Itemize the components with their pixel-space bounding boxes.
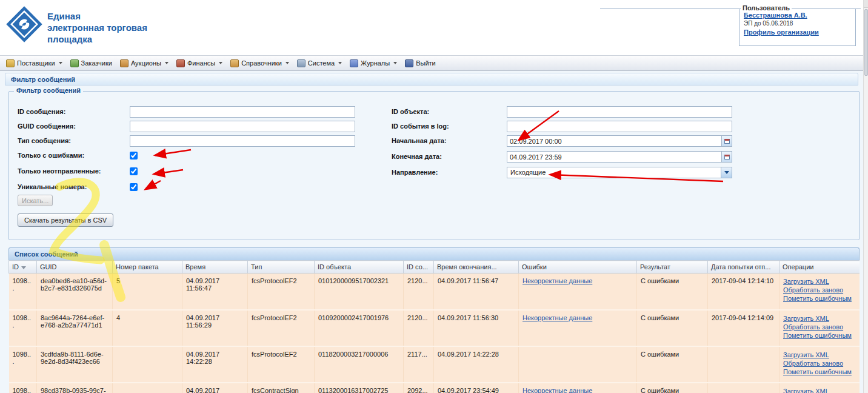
cell-operations: Загрузить XML Обработать заново Пометить… bbox=[780, 310, 860, 346]
org-profile-link[interactable]: Профиль организации bbox=[744, 29, 851, 36]
filter-legend: Фильтр сообщений bbox=[14, 87, 83, 94]
menu-item-customers[interactable]: Заказчики bbox=[68, 58, 118, 69]
reprocess-link[interactable]: Обработать заново bbox=[783, 359, 856, 368]
directories-icon bbox=[230, 59, 239, 67]
column-header-result[interactable]: Результат bbox=[637, 261, 708, 274]
cell-id: 1098... bbox=[9, 383, 37, 393]
menu-item-directories[interactable]: Справочники bbox=[228, 58, 295, 69]
menu-item-exit[interactable]: Выйти bbox=[402, 58, 441, 69]
cell-end-time: 04.09.2017 11:56:47 bbox=[434, 274, 519, 310]
column-header-id-so[interactable]: ID со... bbox=[404, 261, 434, 274]
error-details-link[interactable]: Некорректные данные bbox=[522, 387, 592, 393]
message-type-input[interactable] bbox=[130, 135, 355, 147]
chevron-down-icon bbox=[285, 62, 289, 64]
exit-icon bbox=[405, 59, 413, 67]
cell-end-time: 04.09.2017 23:54:49 bbox=[434, 383, 519, 393]
reprocess-link[interactable]: Обработать заново bbox=[783, 323, 856, 331]
cell-id-so: 2092... bbox=[404, 383, 434, 393]
cell-object-id: 0109200002417001976 bbox=[315, 310, 404, 346]
menu-label: Система bbox=[308, 59, 335, 67]
cell-id-so: 2120... bbox=[404, 274, 434, 310]
load-xml-link[interactable]: Загрузить XML bbox=[783, 387, 856, 393]
reprocess-link[interactable]: Обработать заново bbox=[783, 286, 856, 294]
menu-item-suppliers[interactable]: Поставщики bbox=[4, 58, 68, 69]
cell-object-id: 0113200016317002725 bbox=[315, 383, 404, 393]
message-guid-input[interactable] bbox=[130, 121, 355, 132]
menu-label: Заказчики bbox=[81, 59, 112, 67]
calendar-icon bbox=[724, 155, 730, 160]
end-date-calendar-button[interactable] bbox=[721, 152, 732, 162]
messages-panel-title: Список сообщений bbox=[8, 247, 860, 260]
column-header-errors[interactable]: Ошибки bbox=[519, 261, 637, 274]
scrollbar-up-icon[interactable] bbox=[864, 0, 868, 8]
load-xml-link[interactable]: Загрузить XML bbox=[783, 314, 856, 323]
cell-guid: 3cdfda9b-8111-6d6e-9e2d-8d34f423ec66 bbox=[37, 346, 113, 383]
brand-line-1: Единая bbox=[47, 10, 147, 22]
start-date-label: Начальная дата: bbox=[392, 135, 447, 147]
direction-label: Направление: bbox=[392, 167, 438, 178]
column-header-guid[interactable]: GUID bbox=[37, 261, 113, 274]
column-header-operations[interactable]: Операции bbox=[780, 261, 860, 274]
search-button[interactable]: Искать... bbox=[18, 195, 53, 206]
direction-dropdown-button[interactable] bbox=[721, 167, 732, 178]
column-header-type[interactable]: Тип bbox=[248, 261, 315, 274]
only-unsent-checkbox[interactable] bbox=[130, 167, 138, 175]
calendar-icon bbox=[724, 139, 730, 144]
cell-result: С ошибками bbox=[637, 383, 708, 393]
cell-end-time: 04.09.2017 14:22:28 bbox=[434, 346, 519, 383]
only-errors-label: Только с ошибками: bbox=[18, 150, 84, 161]
only-errors-checkbox[interactable] bbox=[130, 152, 138, 160]
cell-result: С ошибками bbox=[637, 274, 708, 310]
scrollbar-thumb[interactable] bbox=[864, 9, 868, 76]
object-id-input[interactable] bbox=[507, 106, 732, 118]
start-date-calendar-button[interactable] bbox=[721, 136, 732, 146]
column-header-id[interactable]: ID bbox=[9, 261, 37, 274]
brand-line-2: электронная торговая bbox=[47, 22, 147, 33]
menu-item-journals[interactable]: Журналы bbox=[347, 58, 402, 69]
menu-item-system[interactable]: Система bbox=[295, 58, 347, 69]
chevron-down-icon bbox=[165, 62, 169, 64]
user-name-link[interactable]: Бесстрашнова А.В. bbox=[744, 12, 851, 19]
message-filter-fieldset: Фильтр сообщений ID сообщения: GUID сооб… bbox=[8, 91, 860, 240]
unique-numbers-checkbox[interactable] bbox=[130, 183, 138, 191]
column-header-package[interactable]: Номер пакета bbox=[113, 261, 182, 274]
mark-erroneous-link[interactable]: Пометить ошибочным bbox=[783, 368, 856, 376]
menu-label: Финансы bbox=[187, 59, 215, 67]
mark-erroneous-link[interactable]: Пометить ошибочным bbox=[783, 294, 856, 303]
menu-label: Аукционы bbox=[131, 59, 161, 67]
column-header-attempt-date[interactable]: Дата попытки отп... bbox=[708, 261, 780, 274]
sort-icon bbox=[21, 266, 26, 269]
column-header-time[interactable]: Время bbox=[182, 261, 248, 274]
download-csv-button[interactable]: Скачать результаты в CSV bbox=[18, 213, 113, 227]
cell-id: 1098... bbox=[9, 274, 37, 310]
user-panel-legend: Пользователь bbox=[741, 4, 792, 12]
error-details-link[interactable]: Некорректные данные bbox=[522, 314, 592, 321]
cell-object-id: 0101200009517002321 bbox=[315, 274, 404, 310]
chevron-down-icon bbox=[59, 62, 62, 64]
log-event-id-input[interactable] bbox=[507, 121, 732, 132]
only-unsent-label: Только неотправленные: bbox=[18, 166, 101, 177]
mark-erroneous-link[interactable]: Пометить ошибочным bbox=[783, 331, 856, 340]
column-label: ID bbox=[12, 263, 19, 270]
load-xml-link[interactable]: Загрузить XML bbox=[783, 351, 856, 359]
column-header-object-id[interactable]: ID объекта bbox=[315, 261, 404, 274]
error-details-link[interactable]: Некорректные данные bbox=[522, 277, 592, 284]
end-date-input[interactable] bbox=[507, 151, 732, 163]
message-type-label: Тип сообщения: bbox=[18, 135, 71, 147]
cell-errors: Некорректные данные bbox=[519, 274, 637, 310]
load-xml-link[interactable]: Загрузить XML bbox=[783, 277, 856, 286]
menu-item-finance[interactable]: Финансы bbox=[174, 58, 228, 69]
menu-item-auctions[interactable]: Аукционы bbox=[118, 58, 174, 69]
start-date-input[interactable] bbox=[507, 135, 732, 147]
direction-selected-value: Исходящие bbox=[510, 169, 546, 176]
message-id-input[interactable] bbox=[130, 106, 355, 118]
chevron-down-icon bbox=[219, 62, 222, 64]
cell-guid: 8ac9644a-7264-e6ef-e768-a2b2a77471d1 bbox=[37, 310, 113, 346]
cell-package: 5 bbox=[113, 274, 182, 310]
direction-select[interactable]: Исходящие bbox=[507, 167, 732, 178]
vertical-scrollbar[interactable] bbox=[863, 0, 868, 393]
column-header-end-time[interactable]: Время окончания... bbox=[434, 261, 519, 274]
cell-operations: Загрузить XML Обработать заново Пометить… bbox=[780, 346, 860, 383]
cell-object-id: 0118200003217000006 bbox=[315, 346, 404, 383]
suppliers-icon bbox=[6, 59, 15, 67]
